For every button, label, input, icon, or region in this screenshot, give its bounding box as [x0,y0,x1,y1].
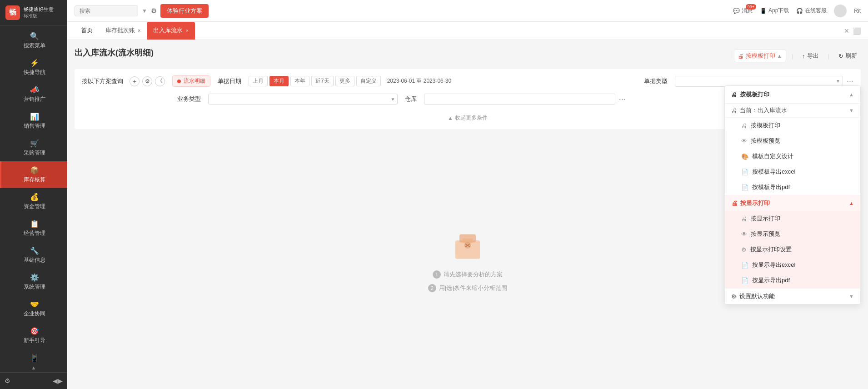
template-export-excel-icon: 📄 [741,169,748,175]
tab-inout-flow[interactable]: 出入库流水 × [147,22,195,40]
sidebar-item-sales[interactable]: 📊 销售管理 [0,108,67,135]
tab-expand-icon[interactable]: ⬜ [853,27,861,35]
display-export-excel-icon: 📄 [741,262,748,269]
footer-arrow-icon: ▼ [849,294,854,299]
headset-icon: 🎧 [796,8,803,14]
quick-nav-icon: ⚡ [30,59,39,67]
online-service-link[interactable]: 🎧 在线客服 [796,7,827,15]
date-shortcut-recent7[interactable]: 近7天 [311,76,334,86]
marketing-icon: 📣 [30,85,39,94]
sales-label: 销售管理 [24,122,45,130]
export-button[interactable]: ↑ 导出 [798,50,823,62]
dropdown-item-display-export-excel[interactable]: 📄 按显示导出excel [725,257,860,273]
display-section-header[interactable]: 🖨 按显示打印 ▲ [725,195,860,211]
filter-add-button[interactable]: + [130,76,140,86]
logo-icon: 畅 [5,5,20,20]
sidebar-item-appstore[interactable]: 📱 应用中心 [0,349,67,363]
filter-active-tag[interactable]: 流水明细 [172,75,210,87]
username-label: Rit [854,8,861,14]
tabs-right: ✕ ⬜ [844,27,861,35]
topbar-search-input[interactable] [75,5,138,16]
sidebar-item-basic[interactable]: 🔧 基础信息 [0,242,67,269]
display-section-collapse-icon[interactable]: ▲ [849,200,854,206]
dropdown-item-template-print[interactable]: 🖨 按模板打印 [725,118,860,133]
warehouse-input[interactable] [424,94,615,105]
filter-collapse-button[interactable]: 《 [155,76,165,86]
doc-type-more-icon[interactable]: ··· [847,76,853,86]
sales-icon: 📊 [30,112,39,121]
page-title: 出入库流水(流水明细) [75,47,154,58]
dropdown-collapse-icon[interactable]: ▲ [849,92,854,97]
date-shortcut-prev-month[interactable]: 上月 [249,76,268,86]
display-export-pdf-label: 按显示导出pdf [752,276,790,284]
empty-tip1: 1 请先选择要分析的方案 [433,270,503,279]
topbar-chevron-icon[interactable]: ▼ [142,8,147,14]
refresh-button[interactable]: ↻ 刷新 [835,50,861,62]
sidebar-item-quick-nav[interactable]: ⚡ 快捷导航 [0,54,67,81]
dropdown-item-display-preview[interactable]: 👁 按显示预览 [725,226,860,242]
app-download-icon: 📱 [760,8,767,14]
sidebar-item-search[interactable]: 🔍 搜索菜单 [0,27,67,54]
settings-footer-icon2: ⚙ [731,293,737,300]
topbar-gear-icon[interactable]: ⚙ [151,7,157,15]
dropdown-item-template-export-pdf[interactable]: 📄 按模板导出pdf [725,180,860,195]
collapse-footer-icon[interactable]: ◀▶ [53,377,63,384]
sidebar-item-system[interactable]: ⚙️ 系统管理 [0,269,67,295]
filter-setting-button[interactable]: ⚙ [142,76,152,86]
dropdown-footer[interactable]: ⚙ 设置默认功能 ▼ [725,289,860,304]
business-type-select[interactable] [208,94,398,105]
tab-inventory-batch-close-icon[interactable]: × [138,28,140,33]
date-shortcut-this-month[interactable]: 本月 [269,76,289,86]
operations-icon: 📋 [30,219,39,228]
print-template-button[interactable]: 🖨 按模板打印 ▲ [734,50,786,62]
current-item-icon: 🖨 [731,107,737,114]
online-service-label: 在线客服 [805,7,827,15]
user-avatar[interactable] [834,5,847,17]
date-shortcut-custom[interactable]: 自定义 [356,76,381,86]
dropdown-item-template-custom[interactable]: 🎨 模板自定义设计 [725,149,860,164]
tab-inventory-batch-label: 库存批次账 [105,26,135,35]
dropdown-item-template-export-excel[interactable]: 📄 按模板导出excel [725,164,860,180]
sidebar-item-operations[interactable]: 📋 经营管理 [0,215,67,242]
tab-inout-flow-close-icon[interactable]: × [185,28,188,33]
date-shortcut-more[interactable]: 更多 [335,76,354,86]
dropdown-item-display-settings[interactable]: ⚙ 按显示打印设置 [725,242,860,257]
dropdown-item-template-preview[interactable]: 👁 按模板预览 [725,133,860,149]
sidebar-item-finance[interactable]: 💰 资金管理 [0,188,67,215]
refresh-label: 刷新 [845,52,857,60]
tab-close-all-icon[interactable]: ✕ [844,27,849,35]
dropdown-item-display-print[interactable]: 🖨 按显示打印 [725,211,860,226]
date-shortcuts: 上月本月本年近7天更多自定义 [249,76,381,86]
doc-type-label: 单据类型 [644,77,668,85]
app-download-link[interactable]: 📱 App下载 [760,7,789,15]
sidebar-item-marketing[interactable]: 📣 营销推广 [0,81,67,108]
trial-button[interactable]: 体验行业方案 [160,4,209,18]
sidebar-item-guide[interactable]: 🎯 新手引导 [0,322,67,349]
date-shortcut-this-year[interactable]: 本年 [290,76,309,86]
message-badge: 99+ [746,4,756,10]
doc-type-select[interactable] [675,76,843,87]
warehouse-more-icon[interactable]: ··· [619,95,626,104]
footer-label: 设置默认功能 [739,292,775,300]
app-download-label: App下载 [768,7,789,15]
sidebar-item-inventory[interactable]: 📦 库存核算 [0,161,67,188]
tabs-bar: 首页 库存批次账 × 出入库流水 × ✕ ⬜ [67,22,868,40]
sidebar-item-purchase[interactable]: 🛒 采购管理 [0,135,67,161]
current-item-arrow: ▼ [849,108,854,113]
sidebar-item-enterprise[interactable]: 🤝 企业协同 [0,295,67,322]
template-preview-label: 按模板预览 [751,137,780,145]
enterprise-label: 企业协同 [24,310,45,318]
tab-home[interactable]: 首页 [75,22,99,40]
tab-inventory-batch[interactable]: 库存批次账 × [99,22,147,40]
dropdown-item-display-export-pdf[interactable]: 📄 按显示导出pdf [725,273,860,288]
purchase-label: 采购管理 [24,149,45,157]
topbar-message[interactable]: 💬 消息 99+ [733,7,753,15]
filter-tag-label: 流水明细 [184,77,205,85]
app-logo: 畅 畅捷通好生意 标准版 [0,0,67,25]
current-item-label: 当前：出入库流水 [740,106,787,115]
settings-footer-icon[interactable]: ⚙ [5,377,10,384]
date-range-value: 2023-06-01 至 2023-06-30 [387,77,451,85]
empty-tip2: 2 用[选]条件来缩小分析范围 [428,284,507,292]
print-template-arrow-icon[interactable]: ▲ [777,53,782,59]
display-settings-label: 按显示打印设置 [750,245,792,254]
